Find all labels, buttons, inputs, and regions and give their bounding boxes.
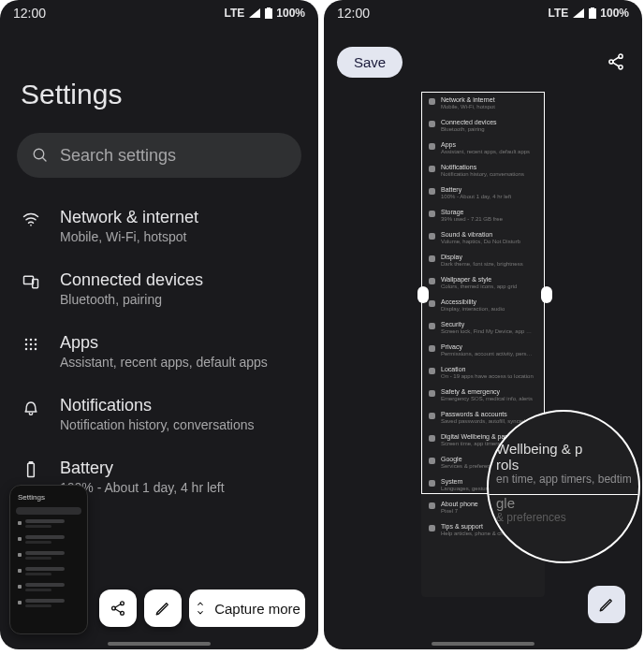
search-settings[interactable]: Search settings [17,133,301,178]
status-bar: 12:00 LTE 100% [324,0,642,22]
svg-line-21 [115,604,121,608]
svg-rect-0 [265,8,272,19]
battery-icon [21,458,41,479]
settings-item-sub: Mobile, Wi-Fi, hotspot [60,229,198,244]
preview-item: Battery 100% - About 1 day, 4 hr left [421,182,545,204]
preview-item-icon [429,458,435,464]
magnifier-item-title-line2: rols [496,457,638,473]
status-network: LTE [225,7,245,20]
settings-item-notifications[interactable]: Notifications Notification history, conv… [0,383,318,445]
thumb-row [10,532,87,548]
svg-point-4 [30,225,32,226]
preview-item: Network & internet Mobile, Wi-Fi, hotspo… [421,92,545,114]
status-bar: 12:00 LTE 100% [0,0,318,22]
magnifier-item2-title: gle [496,495,638,511]
expand-vertical-icon [194,601,207,616]
preview-item: Sound & vibration Volume, haptics, Do No… [421,226,545,249]
preview-item: Apps Assistant, recent apps, default app… [421,137,545,159]
nav-handle [108,642,211,646]
magnifier-loupe: Wellbeing & p rols en time, app timers, … [487,410,640,563]
crop-handle-left[interactable] [417,286,429,303]
apps-grid-icon [21,333,41,354]
edit-button[interactable] [144,590,182,627]
settings-item-network-internet[interactable]: Network & internet Mobile, Wi-Fi, hotspo… [0,195,318,257]
preview-item: Wallpaper & style Colors, themed icons, … [421,271,545,294]
svg-rect-1 [267,7,271,9]
settings-item-title: Connected devices [60,270,203,290]
svg-rect-16 [28,463,35,476]
svg-rect-17 [29,462,32,464]
preview-item: Display Dark theme, font size, brightnes… [421,249,545,271]
nav-handle [432,642,534,646]
preview-item-icon [429,255,435,262]
phone-settings-screen: 12:00 LTE 100% Settings Search settings … [0,0,318,649]
pencil-icon [154,600,171,617]
signal-icon [572,7,585,19]
svg-rect-24 [591,7,594,9]
svg-line-3 [42,157,46,161]
svg-point-12 [35,343,37,346]
magnifier-item2-sub: & preferences [496,511,638,524]
status-network: LTE [549,7,569,20]
capture-more-label: Capture more [214,601,300,617]
settings-item-sub: Notification history, conversations [60,417,255,432]
status-battery: 100% [600,7,629,20]
preview-item-icon [429,98,435,105]
share-icon [607,52,625,71]
svg-point-11 [30,343,33,346]
screenshot-thumbnail[interactable]: Settings [9,485,88,634]
preview-item-icon [429,233,435,240]
signal-icon [248,7,261,19]
svg-line-29 [613,63,620,66]
phone-scroll-capture-screen: 12:00 LTE 100% Save Network & internet M… [324,0,642,649]
preview-item-icon [429,525,435,531]
thumb-row [10,548,87,564]
thumb-row [10,580,87,596]
svg-line-28 [613,57,620,61]
svg-line-22 [115,609,121,613]
settings-item-title: Network & internet [60,208,198,227]
magnifier-divider [489,494,638,495]
share-button[interactable] [607,52,625,75]
preview-item-icon [429,435,435,442]
preview-item-icon [429,323,435,329]
settings-item-connected-devices[interactable]: Connected devices Bluetooth, pairing [0,257,318,320]
svg-point-10 [25,343,28,346]
preview-item-icon [429,480,435,487]
preview-item: Storage 39% used - 7.21 GB free [421,204,545,226]
preview-item-icon [429,300,435,307]
thumb-row [10,596,87,612]
preview-item-icon [429,368,435,374]
save-button[interactable]: Save [337,47,402,78]
preview-item: Security Screen lock, Find My Device, ap… [421,316,545,339]
preview-item-icon [429,166,435,172]
share-button[interactable] [99,590,137,627]
preview-item-icon [429,143,435,150]
preview-item-icon [429,345,435,352]
status-time: 12:00 [13,6,46,21]
pencil-icon [598,596,615,613]
preview-item-icon [429,413,435,419]
settings-item-title: Battery [60,458,225,478]
svg-point-14 [30,348,33,351]
settings-item-title: Apps [60,333,268,353]
wifi-icon [21,208,41,228]
battery-status-icon [265,7,272,19]
preview-item-icon [429,211,435,217]
search-placeholder: Search settings [60,146,176,166]
preview-item: Location On - 19 apps have access to loc… [421,361,545,384]
search-icon [32,147,49,164]
svg-point-15 [35,348,37,351]
preview-item: Connected devices Bluetooth, pairing [421,114,545,137]
status-battery: 100% [276,7,305,20]
svg-rect-23 [589,8,596,19]
capture-more-button[interactable]: Capture more [189,590,305,627]
settings-item-apps[interactable]: Apps Assistant, recent apps, default app… [0,320,318,383]
preview-item-icon [429,390,435,397]
preview-item-icon [429,121,435,127]
thumb-title: Settings [10,486,87,505]
crop-handle-right[interactable] [541,286,552,303]
edit-button[interactable] [588,586,625,623]
preview-item: Accessibility Display, interaction, audi… [421,294,545,316]
share-icon [110,600,126,617]
